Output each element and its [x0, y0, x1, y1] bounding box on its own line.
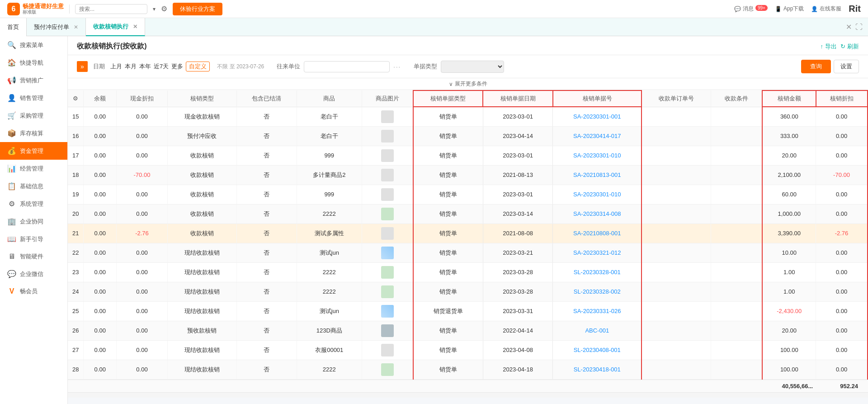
industry-btn[interactable]: 休验行业方案	[173, 3, 222, 15]
settings-btn[interactable]: 设置	[834, 60, 859, 73]
td-doc-date: 2021-08-08	[483, 223, 553, 243]
table-row: 18 0.00 -70.00 收款核销 否 多计量商品2 销货单 2021-08…	[68, 165, 868, 185]
filter-7days[interactable]: 近7天	[154, 62, 169, 71]
filter-custom-btn[interactable]: 自定义	[186, 62, 210, 71]
sidebar-item-enterprise[interactable]: 🏢 企业协同	[0, 213, 67, 230]
sidebar-item-capital[interactable]: 💰 资金管理	[0, 142, 67, 160]
td-receipt-condition	[711, 243, 763, 262]
th-gear[interactable]: ⚙	[68, 90, 84, 107]
export-btn[interactable]: ↑ 导出	[821, 43, 837, 51]
filter-more[interactable]: 更多	[171, 62, 183, 71]
sidebar-item-purchase[interactable]: 🛒 采购管理	[0, 107, 67, 124]
td-doc-no[interactable]: SL-20230408-001	[553, 340, 642, 360]
td-doc-no[interactable]: SA-20230321-012	[553, 243, 642, 262]
dropdown-btn[interactable]: ▾	[153, 6, 156, 12]
th-goods: 商品	[297, 90, 362, 107]
td-write-off-type: 收款核销	[167, 204, 236, 223]
doc-no-link[interactable]: SA-20230301-001	[573, 113, 621, 120]
doc-no-link[interactable]: SA-20210813-001	[573, 171, 621, 178]
filter-partner-input[interactable]	[304, 61, 390, 72]
td-doc-no[interactable]: SA-20230301-010	[553, 146, 642, 165]
td-doc-no[interactable]: SA-20230301-010	[553, 185, 642, 204]
sidebar-item-quick-nav[interactable]: 🏠 快捷导航	[0, 54, 67, 71]
filter-this-month[interactable]: 本月	[125, 62, 137, 71]
service-item[interactable]: 👤 在线客服	[811, 5, 841, 13]
sidebar-item-operation[interactable]: 📊 经营管理	[0, 160, 67, 177]
td-no: 20	[68, 204, 84, 223]
message-item[interactable]: 💬 消息 99+	[734, 5, 768, 13]
capital-icon: 💰	[7, 147, 16, 155]
doc-no-link[interactable]: SA-20210808-001	[573, 230, 621, 237]
sidebar-item-inventory[interactable]: 📦 库存核算	[0, 124, 67, 142]
doc-no-link[interactable]: SA-20230331-026	[573, 308, 621, 314]
td-receipt-order-no	[642, 360, 711, 379]
doc-no-link[interactable]: SA-20230321-012	[573, 249, 621, 256]
table-row: 16 0.00 0.00 预付冲应收 否 老白干 销货单 2023-04-14 …	[68, 126, 868, 146]
tab-receipt[interactable]: 收款核销执行 ✕	[86, 18, 145, 36]
td-doc-no[interactable]: SL-20230328-001	[553, 262, 642, 282]
tab-receipt-close[interactable]: ✕	[133, 24, 137, 30]
td-doc-no[interactable]: SA-20230414-017	[553, 126, 642, 146]
filter-last-month[interactable]: 上月	[110, 62, 122, 71]
filter-expand-btn[interactable]: »	[77, 61, 88, 72]
sidebar-item-beginner[interactable]: 📖 新手引导	[0, 230, 67, 248]
user-name[interactable]: Rit	[849, 4, 861, 14]
table-header-row: ⚙ 余额 现金折扣 核销类型 包含已结清 商品 商品图片 核销单据类型 核销单据…	[68, 90, 868, 107]
td-doc-no[interactable]: SA-20210813-001	[553, 165, 642, 185]
td-doc-no[interactable]: SA-20230331-026	[553, 301, 642, 321]
query-btn[interactable]: 查询	[801, 60, 831, 73]
sub-brand: 标准版	[23, 10, 64, 15]
td-no: 15	[68, 107, 84, 126]
sidebar-item-search-menu[interactable]: 🔍 搜索菜单	[0, 36, 67, 54]
tab-minimize-icon[interactable]: ✕	[846, 23, 852, 31]
doc-no-link[interactable]: SA-20230301-010	[573, 191, 621, 198]
app-download-item[interactable]: 📱 App下载	[775, 5, 804, 13]
top-search-input[interactable]	[75, 4, 147, 14]
td-receipt-order-no	[642, 223, 711, 243]
td-write-off-discount: 0.00	[816, 301, 868, 321]
sidebar-item-basic[interactable]: 📋 基础信息	[0, 177, 67, 195]
filter-this-year[interactable]: 本年	[139, 62, 151, 71]
doc-no-link[interactable]: ABC-001	[585, 327, 609, 334]
td-write-off-discount: 0.00	[816, 282, 868, 301]
td-cash-discount: 0.00	[117, 243, 168, 262]
doc-no-link[interactable]: SA-20230414-017	[573, 133, 621, 139]
sidebar-item-system[interactable]: ⚙ 系统管理	[0, 195, 67, 213]
td-doc-no[interactable]: SL-20230328-002	[553, 282, 642, 301]
expand-more-btn[interactable]: ∨ 展开更多条件	[449, 80, 487, 88]
td-cash-discount: 0.00	[117, 204, 168, 223]
td-doc-no[interactable]: SA-20230301-001	[553, 107, 642, 126]
tab-maximize-icon[interactable]: ⛶	[855, 23, 863, 31]
td-receipt-condition	[711, 340, 763, 360]
doc-no-link[interactable]: SL-20230328-001	[574, 269, 621, 276]
gear-icon[interactable]: ⚙	[161, 5, 167, 13]
doc-no-link[interactable]: SA-20230301-010	[573, 152, 621, 159]
td-doc-no[interactable]: SA-20210808-001	[553, 223, 642, 243]
sidebar-item-marketing[interactable]: 📢 营销推广	[0, 71, 67, 89]
system-icon: ⚙	[7, 200, 16, 208]
td-doc-no[interactable]: ABC-001	[553, 321, 642, 340]
doc-no-link[interactable]: SA-20230314-008	[573, 210, 621, 217]
doc-no-link[interactable]: SL-20230418-001	[574, 366, 621, 373]
td-goods-img	[362, 340, 413, 360]
tab-bar: 首页 预付冲应付单 ✕ 收款核销执行 ✕ ✕ ⛶	[0, 18, 868, 36]
td-doc-no[interactable]: SA-20230314-008	[553, 204, 642, 223]
sidebar-item-smarthw[interactable]: 🖥 智能硬件	[0, 248, 67, 265]
td-doc-type: 销货单	[413, 107, 483, 126]
filter-billtype-select[interactable]	[441, 61, 504, 73]
tab-prepay-close[interactable]: ✕	[74, 24, 78, 30]
td-doc-no[interactable]: SL-20230418-001	[553, 360, 642, 379]
tab-prepay[interactable]: 预付冲应付单 ✕	[27, 18, 86, 36]
doc-no-link[interactable]: SL-20230328-002	[574, 288, 621, 295]
td-balance: 0.00	[84, 146, 117, 165]
scroll-bar[interactable]	[68, 392, 868, 398]
sidebar-item-sales[interactable]: 👤 销售管理	[0, 89, 67, 107]
tab-home[interactable]: 首页	[0, 18, 27, 36]
refresh-btn[interactable]: ↻ 刷新	[840, 43, 859, 51]
filter-partner-dots[interactable]: ···	[393, 63, 401, 70]
tab-receipt-label: 收款核销执行	[93, 23, 128, 31]
td-doc-date: 2023-03-01	[483, 185, 553, 204]
sidebar-item-wechat[interactable]: 💬 企业微信	[0, 265, 67, 283]
sidebar-item-vip[interactable]: V 畅会员	[0, 283, 67, 300]
doc-no-link[interactable]: SL-20230408-001	[574, 347, 621, 353]
